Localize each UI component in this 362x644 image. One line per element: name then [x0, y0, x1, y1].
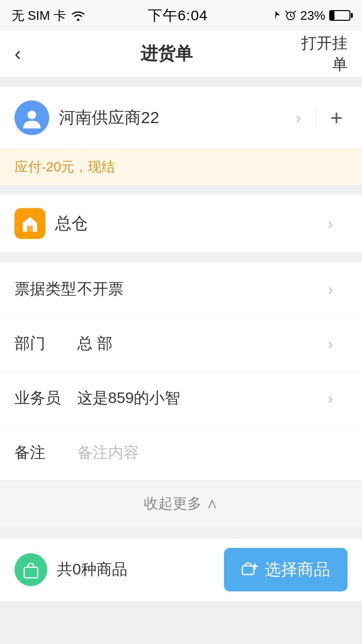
notice-banner: 应付-20元，现结 [0, 149, 362, 185]
battery-icon [329, 10, 350, 21]
select-product-label: 选择商品 [265, 559, 330, 581]
supplier-row[interactable]: 河南供应商22 › + [0, 87, 362, 149]
location-icon [270, 10, 281, 21]
remark-input[interactable]: 备注内容 [77, 442, 348, 463]
carrier-text: 无 SIM 卡 [12, 7, 66, 24]
open-pending-button[interactable]: 打开挂单 [290, 33, 348, 75]
nav-bar: ‹ 进货单 打开挂单 [0, 31, 362, 77]
collapse-button[interactable]: 收起更多 ∧ [0, 480, 362, 527]
form-row-remark[interactable]: 备注 备注内容 [0, 425, 362, 480]
back-button[interactable]: ‹ [14, 43, 43, 65]
user-icon [21, 107, 42, 128]
status-bar: 无 SIM 卡 下午6:04 23% [0, 0, 362, 31]
invoice-value: 不开票 [77, 279, 328, 300]
status-right: 23% [270, 8, 350, 23]
supplier-avatar [14, 100, 49, 135]
bottom-bar: 共0种商品 选择商品 [0, 538, 362, 601]
section-gap-1 [0, 77, 362, 87]
warehouse-section: 总仓 › [0, 195, 362, 252]
form-row-department[interactable]: 部门 总 部 › [0, 316, 362, 371]
department-label: 部门 [14, 333, 77, 354]
section-gap-2 [0, 185, 362, 195]
alarm-icon [285, 10, 296, 21]
cart-plus-icon [241, 561, 259, 578]
status-time: 下午6:04 [148, 6, 208, 26]
salesperson-chevron-icon: › [328, 390, 333, 407]
status-carrier: 无 SIM 卡 [12, 7, 85, 24]
wifi-icon [71, 9, 85, 22]
select-product-button[interactable]: 选择商品 [224, 548, 348, 591]
warehouse-row[interactable]: 总仓 › [0, 195, 362, 252]
vertical-divider [315, 108, 316, 127]
shopping-bag-icon [22, 560, 40, 579]
svg-rect-4 [24, 567, 38, 578]
form-row-invoice[interactable]: 票据类型 不开票 › [0, 262, 362, 316]
section-gap-3 [0, 252, 362, 262]
battery-percent: 23% [300, 8, 325, 23]
warehouse-chevron-icon: › [328, 215, 333, 233]
product-icon [14, 553, 47, 586]
salesperson-value: 这是859的小智 [77, 388, 328, 409]
page-rest [0, 601, 362, 644]
product-count: 共0种商品 [57, 559, 224, 580]
add-supplier-button[interactable]: + [325, 106, 348, 130]
invoice-chevron-icon: › [328, 280, 333, 298]
salesperson-label: 业务员 [14, 388, 77, 409]
svg-point-0 [77, 19, 79, 21]
remark-label: 备注 [14, 442, 77, 463]
house-icon [21, 214, 39, 233]
invoice-label: 票据类型 [14, 279, 77, 300]
form-row-salesperson[interactable]: 业务员 这是859的小智 › [0, 371, 362, 425]
warehouse-icon [14, 208, 45, 239]
svg-rect-5 [242, 566, 254, 574]
department-value: 总 部 [77, 333, 328, 354]
department-chevron-icon: › [328, 335, 333, 353]
form-section: 票据类型 不开票 › 部门 总 部 › 业务员 这是859的小智 › 备注 备注… [0, 262, 362, 527]
page-title: 进货单 [43, 42, 290, 66]
supplier-section: 河南供应商22 › + 应付-20元，现结 [0, 87, 362, 185]
svg-point-2 [28, 111, 36, 119]
supplier-chevron-icon: › [296, 109, 301, 127]
section-gap-4 [0, 527, 362, 537]
warehouse-name: 总仓 [55, 212, 328, 235]
supplier-name: 河南供应商22 [59, 107, 296, 129]
